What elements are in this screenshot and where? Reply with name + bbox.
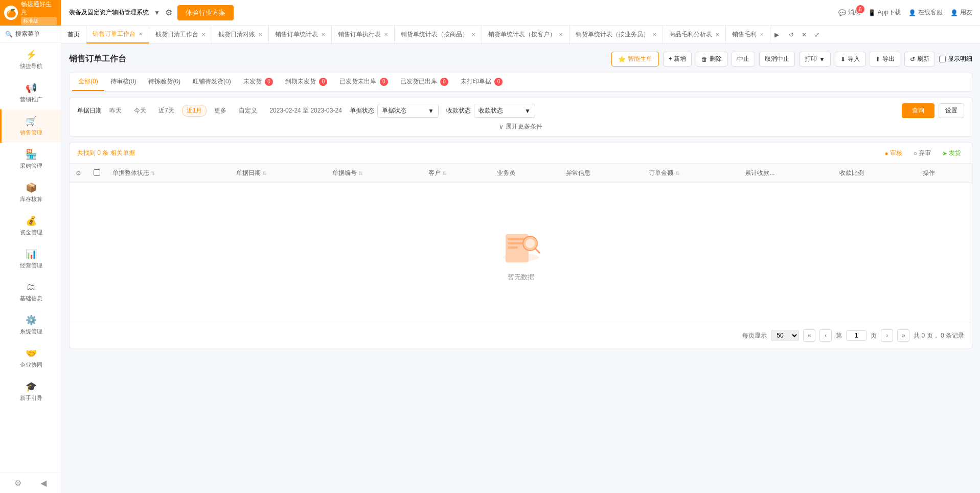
tab-sales-by-customer[interactable]: 销货单统计表（按客户） ✕ (482, 26, 569, 43)
sort-amount-icon[interactable]: ⇅ (675, 170, 679, 176)
tab-sales-by-product[interactable]: 销货单统计表（按商品） ✕ (395, 26, 482, 43)
show-detail-checkbox[interactable] (939, 56, 946, 62)
tab-cash-reconcile-close[interactable]: ✕ (258, 32, 262, 37)
page-prev-btn[interactable]: ‹ (819, 329, 832, 342)
sidebar-item-sales[interactable]: 🛒 销售管理 (0, 109, 61, 143)
tab-more-btn[interactable]: ▶ (770, 26, 783, 43)
tab-close-all-btn[interactable]: ✕ (799, 29, 810, 40)
sub-tab-all[interactable]: 全部(0) (72, 73, 104, 91)
date-today[interactable]: 今天 (129, 105, 151, 117)
sidebar-item-quick-nav[interactable]: ⚡ 快捷导航 (0, 43, 61, 76)
sub-tab-expired[interactable]: 到期未发货 0 (279, 73, 333, 91)
col-check (87, 164, 106, 183)
tab-margin-analysis-label: 商品毛利分析表 (669, 30, 712, 39)
tab-sales-by-product-close[interactable]: ✕ (471, 32, 475, 37)
sidebar-item-finance[interactable]: 💰 资金管理 (0, 209, 61, 242)
date-custom[interactable]: 自定义 (234, 105, 262, 117)
date-1month[interactable]: 近1月 (182, 105, 207, 117)
date-yesterday[interactable]: 昨天 (105, 105, 126, 117)
search-menu[interactable]: 🔍 搜索菜单 (0, 26, 61, 43)
page-last-btn[interactable]: » (897, 329, 909, 342)
tab-sales-order-close[interactable]: ✕ (139, 31, 143, 37)
tab-sales-order[interactable]: 销售订单工作台 ✕ (86, 26, 149, 43)
date-more[interactable]: 更多 (210, 105, 231, 117)
tab-refresh-btn[interactable]: ↺ (786, 29, 797, 40)
select-all-checkbox[interactable] (94, 169, 100, 176)
online-service-action[interactable]: 👤 在线客服 (908, 8, 943, 17)
tab-margin-analysis[interactable]: 商品毛利分析表 ✕ (663, 26, 726, 43)
delete-btn[interactable]: 🗑 删除 (696, 52, 727, 66)
ship-btn[interactable]: ➤ 发货 (939, 147, 964, 159)
settings-bottom-icon[interactable]: ⚙ (14, 478, 21, 488)
message-action[interactable]: 💬 消息 6 (838, 8, 860, 17)
app-download-action[interactable]: 📱 App下载 (868, 8, 901, 17)
sort-date-icon[interactable]: ⇅ (262, 170, 266, 176)
topbar-settings-icon[interactable]: ⚙ (165, 8, 172, 17)
filter-setting-btn[interactable]: 设置 (939, 103, 964, 118)
tab-home[interactable]: 首页 (61, 26, 86, 43)
sub-tab-not-shipped[interactable]: 未发货 0 (237, 73, 279, 91)
tab-cash-daily[interactable]: 钱货日清工作台 ✕ (149, 26, 212, 43)
page-next-btn[interactable]: › (881, 329, 893, 342)
cancel-audit-btn[interactable]: ○ 弃审 (910, 147, 934, 159)
export-btn[interactable]: ⬆ 导出 (870, 52, 900, 66)
tab-sales-gross-close[interactable]: ✕ (760, 32, 764, 37)
sub-tab-wangpu[interactable]: 旺铺待发货(0) (187, 73, 237, 91)
refresh-btn[interactable]: ↺ 刷新 (904, 52, 935, 66)
page-number-input[interactable] (846, 330, 867, 341)
tabbar: 首页 销售订单工作台 ✕ 钱货日清工作台 ✕ 钱货日清对账 ✕ 销售订单统计表 … (61, 26, 980, 44)
tab-cash-daily-close[interactable]: ✕ (201, 32, 206, 37)
tab-sales-by-staff[interactable]: 销货单统计表（按业务员） ✕ (569, 26, 663, 43)
page-size-select[interactable]: 50 100 200 (771, 330, 799, 341)
system-dropdown[interactable]: ▼ (154, 9, 160, 16)
sidebar-item-inventory[interactable]: 📦 库存核算 (0, 176, 61, 209)
sidebar-item-operation[interactable]: 📊 经营管理 (0, 242, 61, 276)
payment-select[interactable]: 收款状态 ▼ (474, 104, 535, 118)
sidebar-item-enterprise[interactable]: 🤝 企业协同 (0, 342, 61, 375)
tab-cash-reconcile[interactable]: 钱货日清对账 ✕ (212, 26, 269, 43)
smart-create-label: 智能生单 (628, 55, 652, 63)
sub-tab-shipped-out[interactable]: 已发货已出库 0 (394, 73, 454, 91)
stop-btn[interactable]: 中止 (732, 52, 755, 66)
import-btn[interactable]: ⬇ 导入 (835, 52, 865, 66)
sidebar-item-basic[interactable]: 🗂 基础信息 (0, 276, 61, 308)
sub-tab-not-printed[interactable]: 未打印单据 0 (454, 73, 509, 91)
date-7days[interactable]: 近7天 (154, 105, 179, 117)
col-settings[interactable]: ⚙ (70, 164, 87, 183)
add-btn[interactable]: + 新增 (663, 52, 692, 66)
sub-tab-shipped-not-out[interactable]: 已发货未出库 0 (333, 73, 394, 91)
sort-number-icon[interactable]: ⇅ (358, 170, 362, 176)
sort-status-icon[interactable]: ⇅ (151, 170, 155, 176)
sort-customer-icon[interactable]: ⇅ (442, 170, 446, 176)
industry-btn[interactable]: 体验行业方案 (177, 5, 234, 20)
print-btn[interactable]: 打印 ▼ (799, 52, 831, 66)
tab-sales-exec-close[interactable]: ✕ (384, 32, 388, 37)
expand-filter-btn[interactable]: ∨ 展开更多条件 (77, 122, 964, 131)
sidebar-item-purchase[interactable]: 🏪 采购管理 (0, 143, 61, 176)
show-detail-label[interactable]: 显示明细 (939, 55, 972, 63)
sidebar-item-system[interactable]: ⚙️ 系统管理 (0, 308, 61, 342)
page-first-btn[interactable]: « (803, 329, 815, 342)
tab-sales-stats-close[interactable]: ✕ (321, 32, 325, 37)
tab-sales-stats[interactable]: 销售订单统计表 ✕ (269, 26, 332, 43)
sidebar-item-marketing[interactable]: 📢 营销推广 (0, 76, 61, 109)
tab-margin-analysis-close[interactable]: ✕ (715, 32, 719, 37)
tab-sales-gross[interactable]: 销售毛利 ✕ (726, 26, 770, 43)
sub-tab-pending-review[interactable]: 待审核(0) (104, 73, 143, 91)
tab-sales-exec[interactable]: 销售订单执行表 ✕ (332, 26, 395, 43)
sub-tab-pending-inspection[interactable]: 待拣验货(0) (142, 73, 187, 91)
cancel-stop-btn[interactable]: 取消中止 (759, 52, 795, 66)
audit-btn[interactable]: ● 审核 (882, 147, 905, 159)
basic-label: 基础信息 (20, 295, 42, 302)
tab-sales-by-staff-close[interactable]: ✕ (652, 32, 656, 37)
query-btn[interactable]: 查询 (902, 103, 935, 118)
smart-create-btn[interactable]: ⭐ 智能生单 (611, 52, 659, 66)
payment-filter-label: 收款状态 (446, 106, 471, 115)
tab-maximize-btn[interactable]: ⤢ (811, 29, 823, 40)
status-select[interactable]: 单据状态 ▼ (377, 104, 439, 118)
sidebar-item-guide[interactable]: 🎓 新手引导 (0, 375, 61, 408)
user-action[interactable]: 👤 用友 (950, 8, 972, 17)
collapse-sidebar-icon[interactable]: ◀ (40, 478, 47, 488)
tab-sales-by-customer-close[interactable]: ✕ (559, 32, 563, 37)
record-suffix: 相关单据 (110, 149, 135, 156)
